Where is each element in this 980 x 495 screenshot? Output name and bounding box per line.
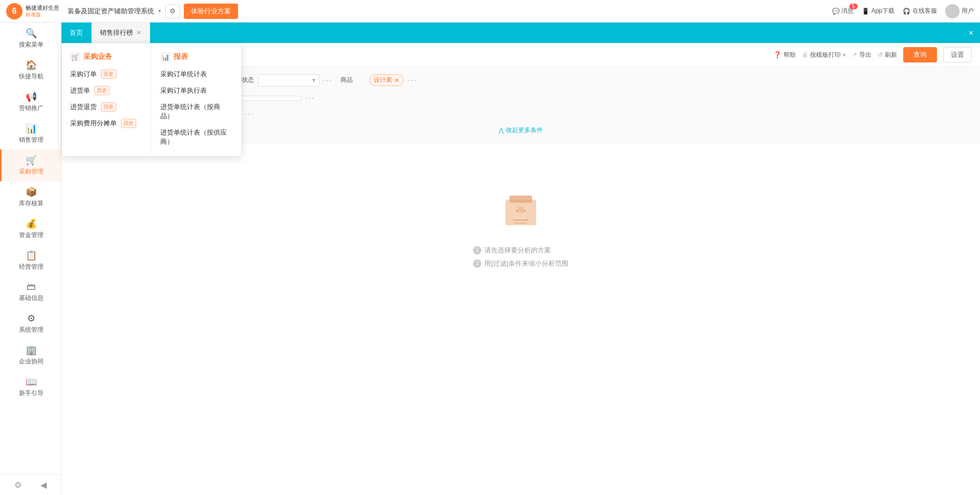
dropdown-item-purchase-order-exec[interactable]: 采购订单执行表 — [152, 82, 242, 99]
report-col: 📊 报表 采购订单统计表 采购订单执行表 进货单统计表（按商品） 进货单统计表（… — [152, 44, 242, 156]
report-col-header: 📊 报表 — [152, 50, 242, 66]
sys-dropdown-icon[interactable]: ▾ — [158, 8, 161, 14]
logo-icon: 6 — [6, 3, 23, 19]
dropdown-item-incoming-return[interactable]: 进货退货 历史 — [62, 99, 152, 115]
dropdown-item-incoming[interactable]: 进货单 历史 — [62, 82, 152, 99]
avatar — [945, 4, 960, 18]
user-action[interactable]: 用户 — [945, 4, 974, 18]
history-tag-1: 历史 — [94, 86, 110, 95]
phone-icon: 📱 — [862, 8, 869, 15]
purchase-col-header: 🛒 采购业务 — [62, 50, 152, 66]
logo-text: 畅捷通好生意 标准版 — [26, 4, 59, 18]
report-col-icon: 📊 — [160, 52, 171, 62]
dropdown-item-incoming-stat-goods[interactable]: 进货单统计表（按商品） — [152, 99, 242, 124]
headset-icon: 🎧 — [903, 8, 910, 15]
header-right: 💬 5 消息 📱 App下载 🎧 在线客服 用户 — [832, 4, 974, 18]
industry-button[interactable]: 体验行业方案 — [184, 4, 238, 19]
history-tag-2: 历史 — [101, 102, 116, 112]
dropdown-item-purchase-order-stat[interactable]: 采购订单统计表 — [152, 66, 242, 82]
dropdown-item-purchase-fee[interactable]: 采购费用分摊单 历史 — [62, 115, 152, 132]
purchase-col: 🛒 采购业务 采购订单 历史 进货单 历史 进货退货 历史 采购费用分摊单 历史 — [62, 44, 152, 156]
sys-title[interactable]: 装备及固定资产辅助管理系统 — [68, 7, 154, 16]
history-tag-3: 历史 — [121, 119, 136, 128]
dropdown-item-purchase-order[interactable]: 采购订单 历史 — [62, 66, 152, 82]
header-center: 装备及固定资产辅助管理系统 ▾ ⚙ 体验行业方案 — [68, 4, 832, 19]
gear-button[interactable]: ⚙ — [165, 4, 180, 18]
logo-area: 6 畅捷通好生意 标准版 — [6, 3, 68, 19]
app-download-action[interactable]: 📱 App下载 — [862, 7, 894, 15]
purchase-dropdown-menu: 🛒 采购业务 采购订单 历史 进货单 历史 进货退货 历史 采购费用分摊单 历史… — [61, 43, 242, 157]
top-header: 6 畅捷通好生意 标准版 装备及固定资产辅助管理系统 ▾ ⚙ 体验行业方案 💬 … — [0, 0, 980, 23]
message-badge: 5 — [849, 4, 858, 9]
message-icon: 💬 — [832, 8, 840, 15]
purchase-col-icon: 🛒 — [70, 52, 80, 62]
online-service-action[interactable]: 🎧 在线客服 — [903, 7, 937, 15]
history-tag-0: 历史 — [101, 70, 116, 79]
dropdown-item-incoming-stat-supplier[interactable]: 进货单统计表（按供应商） — [152, 124, 242, 150]
message-action[interactable]: 💬 5 消息 — [832, 7, 854, 15]
